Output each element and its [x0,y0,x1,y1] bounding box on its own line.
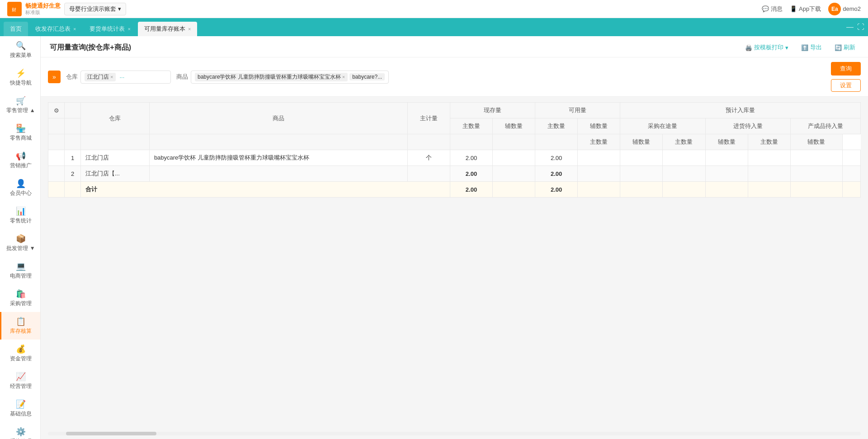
th-incoming-aux: 辅数量 [705,134,748,150]
summary-row: 合计 2.00 2.00 [48,182,861,198]
sidebar-item-retail-stats[interactable]: 📊 零售统计 [0,202,40,229]
sidebar-item-ecommerce[interactable]: 💻 电商管理 [0,257,40,284]
table-settings-icon[interactable]: ⚙ [54,107,59,114]
row1-current-aux [493,150,535,166]
tab-available-stock[interactable]: 可用量库存账本 × [138,22,197,36]
row1-purchase-main [620,150,663,166]
sidebar-item-quick-nav[interactable]: ⚡ 快捷导航 [0,64,40,91]
th-expected-in: 预计入库量 [620,103,861,118]
horizontal-scrollbar[interactable] [48,432,861,435]
sidebar-label-basic-info: 基础信息 [10,410,32,418]
phone-icon: 📱 [790,5,797,12]
chevron-down-icon: ▾ [118,5,121,12]
minimize-icon[interactable]: — [846,23,854,31]
sidebar-item-purchase[interactable]: 🛍️ 采购管理 [0,284,40,312]
close-available-stock-tab[interactable]: × [188,26,191,32]
product-filter-label: 商品 [176,73,188,81]
th-production-main: 主数量 [748,134,790,150]
sidebar-item-basic-info[interactable]: 📝 基础信息 [0,395,40,422]
system-icon: ⚙️ [16,427,26,437]
print-icon: 🖨️ [745,44,752,51]
product-filter-input[interactable]: babycare学饮杯 儿童防摔防撞吸管杯重力球吸嘴杯宝宝水杯 × babyca… [191,71,389,84]
settings-button[interactable]: 设置 [831,79,861,92]
data-table: ⚙ 仓库 商品 主计量 现存量 可用量 预计入库量 主数量 [48,102,861,198]
sidebar-label-wholesale: 批发管理 ▼ [6,245,35,252]
sidebar-item-member[interactable]: 👤 会员中心 [0,174,40,202]
member-icon: 👤 [16,179,26,189]
sidebar-item-inventory[interactable]: 📋 库存核算 [0,312,40,340]
th-purchase-main: 主数量 [578,134,620,150]
order-stats-tab-label: 要货单统计表 [90,25,125,33]
row2-available-aux [578,166,620,182]
th-num [65,103,81,118]
sidebar-item-retail-mgmt[interactable]: 🛒 零售管理 ▲ [0,91,40,119]
sidebar-item-wholesale[interactable]: 📦 批发管理 ▼ [0,229,40,257]
row2-purchase-main [620,166,663,182]
table-container: ⚙ 仓库 商品 主计量 现存量 可用量 预计入库量 主数量 [41,97,868,432]
sidebar-item-search[interactable]: 🔍 搜索菜单 [0,36,40,64]
sidebar-item-marketing[interactable]: 📢 营销推广 [0,146,40,174]
close-order-stats-tab[interactable]: × [127,26,130,32]
row2-incoming-aux [748,166,790,182]
summary-incoming-aux [748,182,790,198]
summary-production-main [790,182,842,198]
tab-receipts[interactable]: 收发存汇总表 × [29,22,82,36]
summary-label: 合计 [81,182,450,198]
print-template-button[interactable]: 🖨️ 按模板打印 ▾ [741,42,792,53]
top-bar-right: 💬 消息 📱 App下载 Ea demo2 [762,3,861,15]
svg-text:财: 财 [12,7,16,12]
sidebar-label-retail-stats: 零售统计 [10,217,32,225]
sidebar: 🔍 搜索菜单 ⚡ 快捷导航 🛒 零售管理 ▲ 🏪 零售商城 📢 营销推广 👤 会… [0,36,41,439]
th-sub-empty7 [493,134,535,150]
message-button[interactable]: 💬 消息 [762,5,783,13]
expand-filter-button[interactable]: » [48,71,61,83]
th-current-stock: 现存量 [450,103,535,118]
warehouse-more-btn[interactable]: ··· [118,74,126,80]
warehouse-filter-input[interactable]: 江北门店 × ··· [80,71,171,84]
basic-info-icon: 📝 [16,399,26,409]
th-available: 可用量 [535,103,620,118]
refresh-button[interactable]: 🔄 刷新 [831,42,859,53]
maximize-icon[interactable]: ⛶ [857,23,864,31]
print-chevron-icon: ▾ [785,44,788,51]
export-button[interactable]: ⬆️ 导出 [797,42,826,53]
summary-settings [48,182,65,198]
page-header: 可用量查询(按仓库+商品) 🖨️ 按模板打印 ▾ ⬆️ 导出 🔄 刷新 [41,36,868,57]
th-available-main: 主数量 [535,118,578,134]
available-stock-tab-label: 可用量库存账本 [144,25,185,33]
user-menu[interactable]: Ea demo2 [828,3,861,15]
table-row: 2 江北门店【... 2.00 2.00 [48,166,861,182]
finance-icon: 💰 [16,344,26,354]
th-purchase-aux: 辅数量 [620,134,663,150]
row2-product [149,166,407,182]
inventory-icon: 📋 [16,316,26,326]
sidebar-item-finance[interactable]: 💰 资金管理 [0,340,40,367]
th-production-pending: 产成品待入量 [790,118,860,134]
sidebar-item-operations[interactable]: 📈 经营管理 [0,367,40,395]
th-warehouse: 仓库 [81,103,150,134]
industry-selector[interactable]: 母婴行业演示账套 ▾ [64,3,126,15]
purchase-icon: 🛍️ [16,289,26,299]
product-tag-1-remove[interactable]: × [342,74,345,80]
top-bar-left: 财 畅捷通好生意 标准版 母婴行业演示账套 ▾ [7,2,126,16]
app-download-button[interactable]: 📱 App下载 [790,5,821,13]
warehouse-tag-remove[interactable]: × [110,74,113,80]
row1-incoming-aux [748,150,790,166]
tab-home[interactable]: 首页 [4,22,28,36]
row1-production-main [790,150,842,166]
sidebar-item-system[interactable]: ⚙️ 系统管理 [0,422,40,439]
row1-production-aux [842,150,860,166]
sidebar-label-operations: 经营管理 [10,382,32,390]
th-available-aux: 辅数量 [578,118,620,134]
row2-warehouse: 江北门店【... [81,166,150,182]
query-button[interactable]: 查询 [831,62,861,76]
th-purchase-transit: 采购在途量 [620,118,705,134]
close-receipts-tab[interactable]: × [73,26,76,32]
sidebar-item-retail-store[interactable]: 🏪 零售商城 [0,119,40,146]
warehouse-filter-label: 仓库 [66,73,78,81]
sidebar-label-purchase: 采购管理 [10,300,32,307]
tab-order-stats[interactable]: 要货单统计表 × [83,22,137,36]
scrollbar-thumb[interactable] [66,432,156,435]
sidebar-label-search: 搜索菜单 [10,52,32,59]
filter-action-buttons: 查询 设置 [831,62,861,92]
